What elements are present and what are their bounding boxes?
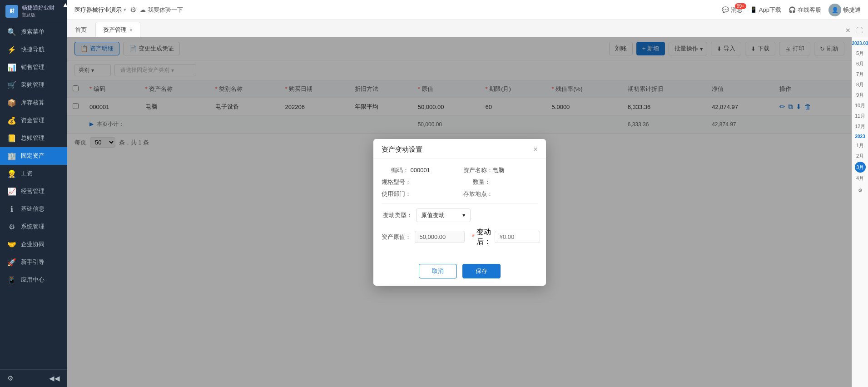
scroll-up-btn[interactable]: ▲ [62, 1, 66, 5]
modal-overlay[interactable]: 资产变动设置 × 编码： 000001 资产名称： 电脑 [67, 37, 852, 387]
purchase-icon: 🛒 [7, 81, 16, 89]
wages-icon: 👷 [7, 169, 16, 178]
sidebar-item-label: 企业协同 [21, 240, 45, 248]
right-panel-month-3-active[interactable]: 3月 [855, 162, 866, 173]
right-panel-month-5[interactable]: 5月 [853, 49, 868, 58]
right-panel-month-12[interactable]: 12月 [853, 122, 868, 131]
sidebar-item-label: 基础信息 [21, 205, 45, 213]
right-panel-month-10[interactable]: 10月 [853, 101, 868, 110]
sidebar-item-label: 快捷导航 [21, 45, 45, 54]
after-change-input[interactable] [495, 231, 540, 243]
right-panel-month-11[interactable]: 11月 [853, 111, 868, 121]
sidebar-item-label: 应用中心 [21, 276, 45, 284]
tab-close-icon[interactable]: × [129, 27, 133, 33]
tabbar-controls: ✕ ⛶ [843, 25, 868, 37]
right-panel: 2023.03 5月 6月 7月 8月 9月 10月 11月 12月 2023 … [852, 37, 868, 387]
code-label: 编码： [382, 166, 409, 174]
sidebar-item-search[interactable]: 🔍 搜索菜单 [0, 23, 67, 41]
right-panel-year: 2023.03 [852, 41, 868, 46]
sidebar-item-fixed-assets[interactable]: 🏢 固定资产 [0, 147, 67, 165]
topbar-right: 💬 消息 99+ 📱 App下载 🎧 在线客服 👤 畅捷通 [722, 4, 861, 16]
funds-icon: 💰 [7, 116, 16, 125]
tab-asset-label: 资产管理 [103, 26, 127, 34]
app-download-label: App下载 [759, 6, 781, 14]
right-panel-month-9[interactable]: 9月 [853, 90, 868, 100]
settings-bottom-icon[interactable]: ⚙ [7, 374, 13, 382]
sidebar-item-ledger[interactable]: 📒 总账管理 [0, 129, 67, 147]
right-panel-month-2[interactable]: 2月 [853, 151, 868, 161]
asset-change-dialog: 资产变动设置 × 编码： 000001 资产名称： 电脑 [373, 139, 546, 286]
message-badge: 99+ [735, 3, 746, 9]
code-field: 编码： 000001 [382, 166, 456, 174]
message-icon: 💬 [722, 6, 729, 13]
message-btn[interactable]: 💬 消息 99+ [722, 6, 743, 14]
sidebar-item-system[interactable]: ⚙ 系统管理 [0, 218, 67, 236]
sidebar-item-basic-info[interactable]: ℹ 基础信息 [0, 200, 67, 218]
sidebar-item-sales[interactable]: 📊 销售管理 [0, 59, 67, 76]
tab-home[interactable]: 首页 [67, 22, 94, 37]
app-download-btn[interactable]: 📱 App下载 [750, 6, 781, 14]
right-panel-month-1[interactable]: 1月 [853, 141, 868, 150]
change-type-label: 变动类型： [382, 211, 412, 219]
right-panel-month-6[interactable]: 6月 [853, 59, 868, 69]
original-value-label: 资产原值： [382, 233, 411, 241]
basic-info-icon: ℹ [7, 205, 16, 213]
experience-text: 我要体验一下 [148, 6, 183, 14]
search-icon: 🔍 [7, 28, 16, 36]
sidebar-item-label: 销售管理 [21, 63, 45, 71]
change-type-select[interactable]: 原值变动 ▾ [416, 208, 471, 222]
sidebar-item-label: 工资 [21, 169, 33, 178]
sidebar-item-apps[interactable]: 📱 应用中心 [0, 271, 67, 289]
sidebar-item-label: 资金管理 [21, 116, 45, 124]
name-label: 资产名称： [463, 166, 491, 174]
original-value-input [415, 231, 465, 243]
sidebar-item-label: 系统管理 [21, 223, 45, 231]
content-area: 📋 资产明细 📄 变更生成凭证 刘账 + 新增 批量操作 ▾ [67, 37, 868, 387]
right-panel-settings[interactable]: ⚙ [858, 188, 863, 194]
close-window-btn[interactable]: ✕ [843, 25, 853, 36]
service-btn[interactable]: 🎧 在线客服 [789, 6, 821, 14]
dept-field: 使用部门： [382, 190, 456, 198]
sidebar-item-wages[interactable]: 👷 工资 [0, 165, 67, 183]
user-avatar: 👤 [828, 4, 841, 16]
right-panel-month-7[interactable]: 7月 [853, 69, 868, 79]
dialog-row2: 规格型号： 数量： [382, 178, 538, 186]
collapse-icon[interactable]: ◀◀ [49, 374, 60, 382]
sidebar-item-purchase[interactable]: 🛒 采购管理 [0, 76, 67, 94]
dialog-close-btn[interactable]: × [533, 145, 537, 154]
expand-window-btn[interactable]: ⛶ [854, 25, 864, 36]
sidebar-item-funds[interactable]: 💰 资金管理 [0, 112, 67, 129]
company-selector[interactable]: 医疗器械行业演示 ▾ [74, 6, 126, 14]
sidebar-item-label: 搜索菜单 [21, 28, 45, 36]
dialog-row1: 编码： 000001 资产名称： 电脑 [382, 166, 538, 174]
user-name: 畅捷通 [843, 6, 861, 14]
save-button[interactable]: 保存 [462, 264, 501, 278]
sidebar-item-quicknav[interactable]: ⚡ 快捷导航 [0, 41, 67, 59]
cancel-button[interactable]: 取消 [419, 264, 457, 278]
user-icon: 👤 [832, 7, 838, 13]
sidebar-item-inventory[interactable]: 📦 库存核算 [0, 94, 67, 112]
dialog-divider [382, 203, 538, 204]
after-change-label: 变动后： [476, 228, 491, 247]
experience-btn[interactable]: ☁ 我要体验一下 [140, 6, 183, 14]
sidebar-item-label: 总账管理 [21, 134, 45, 142]
sidebar-item-operations[interactable]: 📈 经营管理 [0, 183, 67, 200]
change-type-value: 原值变动 [421, 211, 445, 219]
sidebar-item-guide[interactable]: 🚀 新手引导 [0, 253, 67, 271]
guide-icon: 🚀 [7, 258, 16, 267]
dialog-header: 资产变动设置 × [373, 139, 546, 159]
cloud-icon: ☁ [140, 6, 146, 13]
sidebar-scroll: 🔍 搜索菜单 ⚡ 快捷导航 📊 销售管理 🛒 采购管理 📦 库存核算 💰 资金管… [0, 23, 67, 369]
topbar-settings-icon[interactable]: ⚙ [130, 5, 136, 14]
tab-asset-management[interactable]: 资产管理 × [95, 22, 140, 37]
logo-edition: 普及版 [22, 12, 55, 18]
logo-icon: 财 [5, 5, 18, 18]
right-panel-month-4[interactable]: 4月 [853, 174, 868, 183]
system-icon: ⚙ [7, 223, 16, 231]
app-download-icon: 📱 [750, 6, 757, 13]
user-btn[interactable]: 👤 畅捷通 [828, 4, 861, 16]
right-panel-month-8[interactable]: 8月 [853, 80, 868, 89]
sidebar-item-enterprise[interactable]: 🤝 企业协同 [0, 236, 67, 253]
code-value: 000001 [411, 167, 456, 174]
value-row: 资产原值： * 变动后： [382, 228, 538, 247]
